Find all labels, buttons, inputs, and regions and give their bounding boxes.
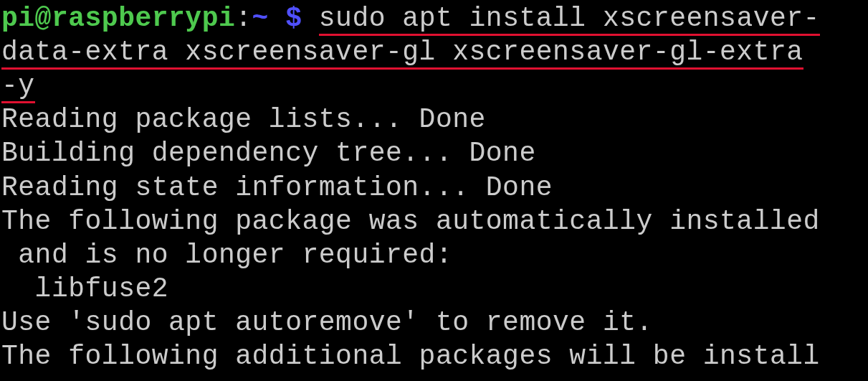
prompt-colon: : [235, 3, 252, 34]
output-line-6: libfuse2 [1, 273, 168, 304]
output-line-2: Building dependency tree... Done [1, 138, 536, 169]
prompt-user-host: pi@raspberrypi [1, 3, 235, 34]
output-line-8: The following additional packages will b… [1, 341, 820, 372]
command-part-3: -y [1, 70, 35, 103]
terminal-window[interactable]: pi@raspberrypi:~ $ sudo apt install xscr… [1, 1, 867, 373]
output-line-4: The following package was automatically … [1, 206, 820, 237]
prompt-path: ~ [252, 3, 269, 34]
output-line-7: Use 'sudo apt autoremove' to remove it. [1, 307, 653, 338]
output-line-1: Reading package lists... Done [1, 104, 486, 135]
output-line-3: Reading state information... Done [1, 172, 553, 203]
command-part-2: data-extra xscreensaver-gl xscreensaver-… [1, 37, 803, 70]
output-line-5: and is no longer required: [1, 240, 452, 271]
command-part-1: sudo apt install xscreensaver- [319, 3, 820, 36]
prompt-dollar: $ [269, 3, 319, 34]
